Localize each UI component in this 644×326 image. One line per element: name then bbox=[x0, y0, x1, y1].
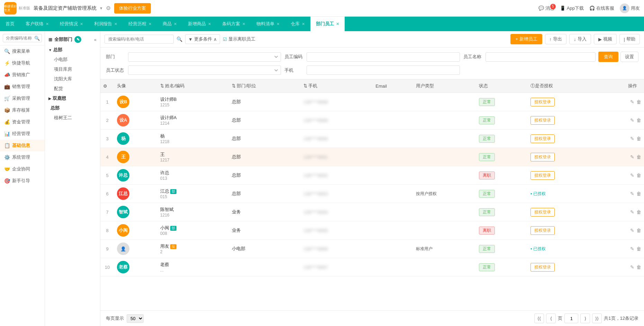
settings-icon[interactable]: ⚙ bbox=[106, 5, 111, 11]
nav-item-goods[interactable]: 商品 ✕ bbox=[157, 17, 182, 31]
delete-button[interactable]: 🗑 bbox=[636, 173, 641, 178]
edit-button[interactable]: ✎ bbox=[630, 154, 634, 160]
auth-login-button[interactable]: 授权登录 bbox=[530, 98, 555, 106]
search-icon-btn[interactable]: 🔍 bbox=[176, 36, 182, 42]
search-input[interactable] bbox=[105, 35, 174, 44]
auth-login-button[interactable]: 授权登录 bbox=[530, 116, 555, 125]
sidebar-item-finance[interactable]: 💰 资金管理 bbox=[0, 116, 45, 128]
edit-button[interactable]: ✎ bbox=[630, 99, 634, 105]
nav-item-barcode[interactable]: 条码方案 ✕ bbox=[217, 17, 251, 31]
online-service-btn[interactable]: 🎧 在线客服 bbox=[589, 5, 614, 11]
delete-button[interactable]: 🗑 bbox=[636, 154, 641, 160]
nav-item-customer[interactable]: 客户联络 ✕ bbox=[20, 17, 54, 31]
next-page-button[interactable]: ⟩ bbox=[580, 314, 590, 323]
delete-button[interactable]: 🗑 bbox=[636, 264, 641, 270]
sidebar-item-marketing[interactable]: 📣 营销推广 bbox=[0, 69, 45, 81]
settings-button[interactable]: 设置 bbox=[620, 52, 638, 62]
delete-button[interactable]: 🗑 bbox=[636, 209, 641, 215]
col-settings[interactable]: ⚙ bbox=[100, 79, 114, 93]
delete-button[interactable]: 🗑 bbox=[636, 228, 641, 233]
close-icon[interactable]: ✕ bbox=[174, 22, 177, 26]
nav-item-bom[interactable]: 物料清单 ✕ bbox=[251, 17, 285, 31]
dept-tree-group-shuanglu[interactable]: ▶ 双鹿想 bbox=[45, 94, 100, 103]
dept-tree-item-xiaodian[interactable]: 小电部 bbox=[45, 55, 100, 64]
col-phone[interactable]: ⇅ 手机 bbox=[301, 79, 373, 93]
nav-item-profit[interactable]: 利润报告 ✕ bbox=[89, 17, 123, 31]
dept-tree-group-head[interactable]: ▼ 总部 bbox=[45, 45, 100, 55]
help-button[interactable]: | 帮助 bbox=[619, 34, 640, 44]
delete-button[interactable]: 🗑 bbox=[636, 117, 641, 123]
last-page-button[interactable]: ⟩⟩ bbox=[592, 314, 602, 323]
edit-button[interactable]: ✎ bbox=[630, 173, 634, 178]
close-icon[interactable]: ✕ bbox=[276, 22, 280, 26]
page-number-input[interactable] bbox=[564, 314, 578, 323]
edit-button[interactable]: ✎ bbox=[630, 228, 634, 233]
dept-select[interactable] bbox=[128, 52, 281, 62]
sidebar-item-system[interactable]: ⚙️ 系统管理 bbox=[0, 151, 45, 163]
delete-button[interactable]: 🗑 bbox=[636, 191, 641, 196]
nav-item-employee[interactable]: 部门员工 ✕ bbox=[310, 17, 345, 31]
auth-login-button[interactable]: 授权登录 bbox=[530, 226, 555, 235]
close-icon[interactable]: ✕ bbox=[80, 22, 83, 26]
col-name[interactable]: ⇅ 姓名/编码 bbox=[157, 79, 229, 93]
add-employee-button[interactable]: + 新增员工 bbox=[510, 34, 542, 44]
emp-name-input[interactable] bbox=[486, 52, 596, 62]
sidebar-item-nav[interactable]: ⚡ 快捷导航 bbox=[0, 57, 45, 69]
sidebar-item-guide[interactable]: 🎯 新手引导 bbox=[0, 175, 45, 187]
dept-tree-group-zongbu[interactable]: 总部 bbox=[45, 103, 100, 113]
delete-button[interactable]: 🗑 bbox=[636, 99, 641, 105]
close-icon[interactable]: ✕ bbox=[208, 22, 211, 26]
sidebar-item-search[interactable]: 🔍 搜索菜单 bbox=[0, 45, 45, 57]
emp-code-input[interactable] bbox=[307, 52, 460, 62]
close-icon[interactable]: ✕ bbox=[302, 22, 305, 26]
auth-login-button[interactable]: 授权登录 bbox=[530, 263, 555, 272]
show-resigned-toggle[interactable]: ☑ 显示离职员工 bbox=[223, 36, 255, 42]
col-dept[interactable]: ⇅ 部门/职位 bbox=[229, 79, 301, 93]
nav-item-history[interactable]: 经营历程 ✕ bbox=[123, 17, 157, 31]
more-conditions-button[interactable]: ▼ 更多条件 ∧ bbox=[185, 34, 220, 44]
title-dropdown-icon[interactable]: ▾ bbox=[100, 6, 102, 11]
sidebar-item-collab[interactable]: 🤝 企业协同 bbox=[0, 163, 45, 175]
dept-tree-item-shenyang[interactable]: 沈阳大库 bbox=[45, 74, 100, 84]
view-button[interactable]: ▶ 视频 bbox=[594, 34, 617, 44]
auth-login-button[interactable]: 授权登录 bbox=[530, 208, 555, 217]
first-page-button[interactable]: ⟨⟨ bbox=[534, 314, 544, 323]
import-button[interactable]: ↓ 导入 bbox=[569, 34, 591, 44]
sidebar-item-operations[interactable]: 📊 经营管理 bbox=[0, 128, 45, 140]
close-icon[interactable]: ✕ bbox=[336, 22, 339, 26]
nav-item-home[interactable]: 首页 bbox=[0, 17, 20, 31]
edit-button[interactable]: ✎ bbox=[630, 136, 634, 141]
phone-input[interactable] bbox=[307, 65, 460, 75]
auth-login-button[interactable]: 授权登录 bbox=[530, 134, 555, 143]
trial-button[interactable]: 体验行业方案 bbox=[114, 3, 151, 14]
delete-button[interactable]: 🗑 bbox=[636, 246, 641, 252]
close-icon[interactable]: ✕ bbox=[148, 22, 152, 26]
close-icon[interactable]: ✕ bbox=[114, 22, 117, 26]
app-download-btn[interactable]: 📱 App下载 bbox=[560, 5, 584, 11]
query-button[interactable]: 查询 bbox=[598, 52, 618, 62]
sidebar-search-icon[interactable]: 🔍 bbox=[34, 36, 40, 41]
dept-collapse-button[interactable]: « bbox=[94, 37, 97, 42]
auth-login-button[interactable]: 授权登录 bbox=[530, 171, 555, 180]
nav-item-warehouse[interactable]: 仓库 ✕ bbox=[285, 17, 310, 31]
user-area[interactable]: 👤 用友 bbox=[620, 3, 640, 13]
sidebar-item-basic-info[interactable]: 📋 基础信息 bbox=[0, 140, 45, 151]
edit-button[interactable]: ✎ bbox=[630, 191, 634, 196]
status-select[interactable] bbox=[128, 65, 281, 75]
sidebar-item-purchase[interactable]: 🛒 采购管理 bbox=[0, 92, 45, 104]
dept-tree-item-project[interactable]: 项目库房 bbox=[45, 64, 100, 74]
per-page-select[interactable]: 50 bbox=[127, 314, 144, 323]
delete-button[interactable]: 🗑 bbox=[636, 136, 641, 141]
sidebar-item-sales[interactable]: 💼 销售管理 bbox=[0, 81, 45, 92]
nav-item-business[interactable]: 经营情况 ✕ bbox=[54, 17, 89, 31]
edit-button[interactable]: ✎ bbox=[630, 117, 634, 123]
edit-button[interactable]: ✎ bbox=[630, 209, 634, 215]
export-button[interactable]: ↑ 导出 bbox=[545, 34, 567, 44]
nav-item-add-goods[interactable]: 新增商品 ✕ bbox=[182, 17, 217, 31]
prev-page-button[interactable]: ⟨ bbox=[546, 314, 556, 323]
auth-login-button[interactable]: 授权登录 bbox=[530, 153, 555, 161]
message-btn[interactable]: 💬 消息 5 bbox=[538, 5, 554, 11]
edit-button[interactable]: ✎ bbox=[630, 246, 634, 252]
edit-button[interactable]: ✎ bbox=[630, 264, 634, 270]
dept-tree-item-peihuo[interactable]: 配货 bbox=[45, 84, 100, 94]
